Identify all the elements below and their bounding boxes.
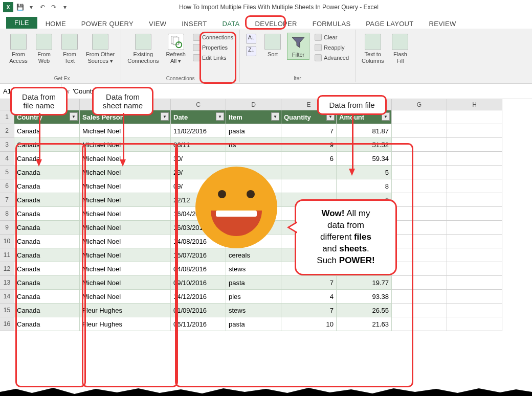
cell[interactable] <box>281 166 337 179</box>
row-header[interactable]: 4 <box>0 152 14 166</box>
cell[interactable]: Canada <box>14 235 80 248</box>
from-text-button[interactable]: From Text <box>58 33 81 65</box>
cell[interactable]: 7 <box>281 304 337 317</box>
cell[interactable]: stews <box>226 304 281 317</box>
sort-button[interactable]: Sort <box>261 33 284 59</box>
cell[interactable]: Canada <box>14 248 80 262</box>
cell[interactable]: 4 <box>281 290 337 304</box>
cell[interactable]: pasta <box>226 317 281 331</box>
cell[interactable]: Michael Noel <box>80 221 171 235</box>
cell[interactable]: Michael Noel <box>80 193 171 207</box>
tab-page-layout[interactable]: PAGE LAYOUT <box>359 18 420 29</box>
edit-links-button[interactable]: Edit Links <box>191 53 235 62</box>
cell[interactable]: Canada <box>14 290 80 304</box>
tab-file[interactable]: FILE <box>6 17 37 29</box>
cell[interactable]: 04/08/2016 <box>171 262 226 276</box>
cell[interactable]: 10 <box>281 317 337 331</box>
customize-qat[interactable]: ▾ <box>60 3 70 12</box>
flash-fill-button[interactable]: Flash Fill <box>389 33 411 65</box>
cell[interactable]: 59.34 <box>337 152 392 166</box>
existing-connections-button[interactable]: Existing Connections <box>125 33 161 65</box>
cell[interactable]: Canada <box>14 166 80 179</box>
cell[interactable]: 01/09/2016 <box>171 304 226 317</box>
filter-button[interactable]: Filter <box>287 33 309 60</box>
cell[interactable]: 30/ <box>171 152 226 166</box>
cell[interactable]: Canada <box>14 138 80 152</box>
table-header-date[interactable]: Date▼ <box>171 110 226 124</box>
advanced-filter-button[interactable]: Advanced <box>313 53 351 62</box>
tab-data[interactable]: DATA <box>215 18 247 29</box>
sort-desc-button[interactable]: Z↓ <box>244 45 258 57</box>
row-header[interactable]: 13 <box>0 276 14 290</box>
cell[interactable]: pies <box>226 290 281 304</box>
row-header[interactable]: 11 <box>0 248 14 262</box>
col-header-C[interactable]: C <box>171 99 226 110</box>
row-header[interactable]: 2 <box>0 124 14 138</box>
col-header-G[interactable]: G <box>392 99 447 110</box>
properties-button[interactable]: Properties <box>191 43 235 52</box>
from-web-button[interactable]: From Web <box>33 33 55 65</box>
cell[interactable]: Canada <box>14 262 80 276</box>
col-header-H[interactable]: H <box>447 99 502 110</box>
table-header-item[interactable]: Item▼ <box>226 110 281 124</box>
cell[interactable]: 06/11 <box>171 138 226 152</box>
cell[interactable]: 15/07/2016 <box>171 248 226 262</box>
row-header[interactable]: 12 <box>0 262 14 276</box>
cell[interactable]: Michael Noel <box>80 290 171 304</box>
tab-power-query[interactable]: POWER QUERY <box>74 18 141 29</box>
cell[interactable]: cereals <box>226 248 281 262</box>
cell[interactable]: 5 <box>337 166 392 179</box>
tab-view[interactable]: VIEW <box>142 18 173 29</box>
cell[interactable]: Canada <box>14 193 80 207</box>
cell[interactable] <box>226 152 281 166</box>
cell[interactable]: 14/12/2016 <box>171 290 226 304</box>
cell[interactable]: Michael Noel <box>80 124 171 138</box>
cell[interactable]: Canada <box>14 179 80 193</box>
cell[interactable]: 21.63 <box>337 317 392 331</box>
cell[interactable]: rts <box>226 138 281 152</box>
cell[interactable]: Canada <box>14 304 80 317</box>
row-header[interactable]: 3 <box>0 138 14 152</box>
save-button[interactable]: 💾 <box>15 3 25 12</box>
row-header[interactable]: 6 <box>0 179 14 193</box>
cell[interactable]: Canada <box>14 124 80 138</box>
cell[interactable]: Fleur Hughes <box>80 317 171 331</box>
cell[interactable]: 8 <box>337 179 392 193</box>
refresh-all-button[interactable]: Refresh All ▾ <box>164 33 188 65</box>
cell[interactable]: Canada <box>14 276 80 290</box>
cell[interactable]: 6 <box>281 152 337 166</box>
tab-developer[interactable]: DEVELOPER <box>248 18 304 29</box>
cell[interactable]: Michael Noel <box>80 138 171 152</box>
cell[interactable]: 19.77 <box>337 276 392 290</box>
cell[interactable]: pasta <box>226 124 281 138</box>
row-header[interactable]: 7 <box>0 193 14 207</box>
row-header[interactable]: 10 <box>0 235 14 248</box>
filter-dropdown-icon[interactable]: ▼ <box>70 112 78 121</box>
tab-formulas[interactable]: FORMULAS <box>305 18 358 29</box>
cell[interactable]: Canada <box>14 207 80 221</box>
cell[interactable]: 26.55 <box>337 304 392 317</box>
cell[interactable]: Michael Noel <box>80 248 171 262</box>
clear-filter-button[interactable]: Clear <box>313 33 351 42</box>
tab-insert[interactable]: INSERT <box>174 18 214 29</box>
cell[interactable]: 9 <box>281 138 337 152</box>
connections-button[interactable]: Connections <box>191 33 235 42</box>
row-header[interactable]: 5 <box>0 166 14 179</box>
cell[interactable]: Canada <box>14 221 80 235</box>
cell[interactable]: 81.87 <box>337 124 392 138</box>
undo-button[interactable]: ↶ <box>38 3 47 12</box>
col-header-D[interactable]: D <box>226 99 281 110</box>
cell[interactable]: 06/11/2016 <box>171 317 226 331</box>
row-header[interactable]: 9 <box>0 221 14 235</box>
cell[interactable]: Fleur Hughes <box>80 304 171 317</box>
cell[interactable]: Michael Noel <box>80 166 171 179</box>
row-header[interactable]: 15 <box>0 304 14 317</box>
from-access-button[interactable]: From Access <box>7 33 30 65</box>
row-header[interactable]: 16 <box>0 317 14 331</box>
cell[interactable]: 7 <box>281 124 337 138</box>
cell[interactable]: Canada <box>14 317 80 331</box>
redo-button[interactable]: ↷ <box>49 3 58 12</box>
sort-asc-button[interactable]: A↓ <box>244 33 258 45</box>
cell[interactable]: Michael Noel <box>80 262 171 276</box>
cell[interactable]: Michael Noel <box>80 276 171 290</box>
